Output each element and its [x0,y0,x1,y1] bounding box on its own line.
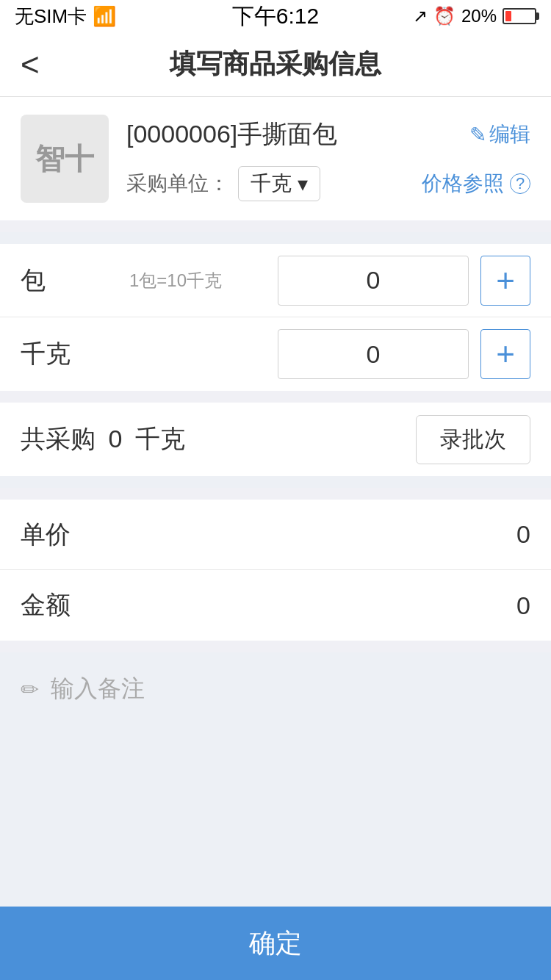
record-batch-button[interactable]: 录批次 [416,415,530,464]
unit-price-value: 0 [516,520,530,549]
carrier-text: 无SIM卡 [15,4,87,29]
alarm-icon: ⏰ [433,6,455,26]
status-bar-left: 无SIM卡 📶 [15,4,116,29]
divider-2 [0,476,551,488]
amount-row: 金额 0 [0,570,551,641]
unit-price-label: 单价 [21,518,71,552]
back-button[interactable]: < [21,46,40,83]
unit-select-wrapper[interactable]: 采购单位： 千克 ▾ [126,166,320,201]
status-bar-right: ↗ ⏰ 20% [413,6,536,26]
bag-label: 包 [21,264,123,298]
nav-bar: < 填写商品采购信息 [0,32,551,97]
bag-plus-button[interactable]: + [480,256,530,306]
remark-section[interactable]: ✏ 输入备注 [0,652,551,726]
info-icon: ? [510,173,530,194]
unit-price-row: 单价 0 [0,500,551,570]
edit-label: 编辑 [489,120,530,148]
product-image: 智十 [21,115,109,203]
product-card: 智十 [0000006]手撕面包 ✎ 编辑 采购单位： 千克 ▾ 价格参照 ? [0,97,551,220]
bag-sublabel: 1包=10千克 [129,269,222,292]
unit-value: 千克 [251,170,292,198]
battery-fill [505,11,511,21]
confirm-button[interactable]: 确定 [0,907,551,980]
summary-label: 共采购 0 千克 [21,422,185,456]
chevron-down-icon: ▾ [298,172,308,196]
page-title: 填写商品采购信息 [170,46,381,82]
remark-placeholder: 输入备注 [51,673,145,705]
price-ref-label: 价格参照 [422,170,504,198]
amount-value: 0 [516,591,530,620]
kg-input-row: 千克 0 + [0,317,551,391]
product-info: [0000006]手撕面包 ✎ 编辑 采购单位： 千克 ▾ 价格参照 ? [126,115,530,201]
status-bar: 无SIM卡 📶 下午6:12 ↗ ⏰ 20% [0,0,551,32]
bag-quantity-input[interactable]: 0 [278,256,469,306]
status-time: 下午6:12 [232,1,319,32]
summary-row: 共采购 0 千克 录批次 [0,403,551,476]
location-icon: ↗ [413,6,428,26]
edit-button[interactable]: ✎ 编辑 [469,120,530,148]
edit-icon: ✎ [469,123,486,147]
price-section: 单价 0 金额 0 [0,500,551,641]
summary-section: 共采购 0 千克 录批次 [0,403,551,476]
battery-icon [503,8,536,24]
product-name-row: [0000006]手撕面包 ✎ 编辑 [126,118,530,151]
unit-select[interactable]: 千克 ▾ [238,166,320,201]
battery-percent: 20% [461,6,497,26]
kg-plus-button[interactable]: + [480,329,530,379]
unit-label: 采购单位： [126,170,229,198]
bag-input-wrapper: 0 + [222,256,530,306]
kg-quantity-input[interactable]: 0 [278,329,469,379]
kg-input-wrapper: 0 + [123,329,530,379]
kg-label: 千克 [21,337,123,371]
product-image-text: 智十 [35,139,94,179]
amount-label: 金额 [21,588,71,622]
input-section: 包 1包=10千克 0 + 千克 0 + [0,244,551,391]
bag-input-row: 包 1包=10千克 0 + [0,244,551,317]
pencil-icon: ✏ [21,677,39,702]
product-name: [0000006]手撕面包 [126,118,337,151]
unit-row: 采购单位： 千克 ▾ 价格参照 ? [126,166,530,201]
price-ref-button[interactable]: 价格参照 ? [422,170,530,198]
wifi-icon: 📶 [93,5,116,28]
divider-1 [0,232,551,244]
